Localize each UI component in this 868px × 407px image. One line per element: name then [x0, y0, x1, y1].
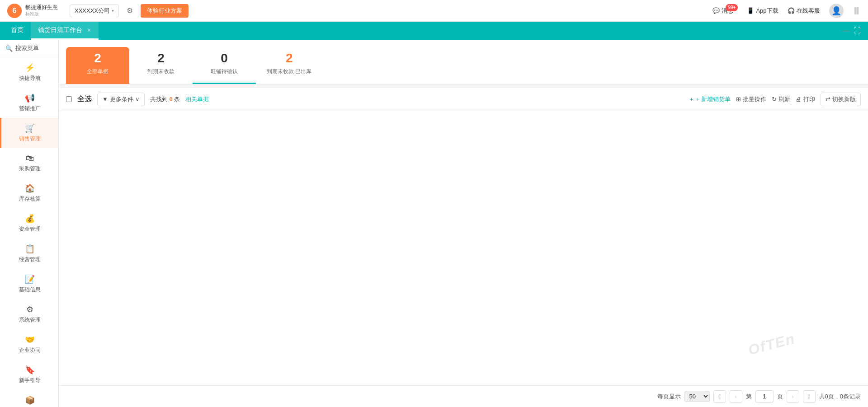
- sidebar-item-basic-info[interactable]: 📝 基础信息: [0, 269, 58, 299]
- trial-button[interactable]: 体验行业方案: [141, 4, 189, 18]
- found-count: 0: [170, 96, 173, 103]
- sidebar-item-purchase[interactable]: 🛍 采购管理: [0, 148, 58, 178]
- last-page-button[interactable]: ⟫: [803, 390, 816, 403]
- service-icon: 🎧: [788, 7, 795, 14]
- sidebar-item-operation[interactable]: 📋 经营管理: [0, 239, 58, 269]
- card-all[interactable]: 2 全部单据: [66, 47, 129, 84]
- sidebar-item-quick-nav[interactable]: ⚡ 快捷导航: [0, 57, 58, 88]
- per-page-select[interactable]: 50 100 200: [684, 391, 710, 402]
- card-overdue-label: 到期未收款: [140, 68, 182, 75]
- tab-home[interactable]: 首页: [4, 22, 31, 40]
- cooperation-icon: 🤝: [25, 335, 35, 345]
- print-button[interactable]: 🖨 打印: [796, 95, 815, 103]
- sidebar-item-system[interactable]: ⚙ 系统管理: [0, 299, 58, 329]
- batch-icon: ⊞: [736, 96, 741, 103]
- related-link[interactable]: 相关单据: [185, 95, 209, 103]
- card-overdue-shipped-label: 到期未收款 已出库: [267, 68, 311, 75]
- toolbar-right: ＋ + 新增销货单 ⊞ 批量操作 ↻ 刷新 🖨 打印 ⇄ 切换新版: [689, 93, 861, 106]
- main-layout: 🔍 搜索菜单 ⚡ 快捷导航 📢 营销推广 🛒 销售管理 🛍 采购管理 🏠 库存核…: [0, 40, 868, 407]
- card-overdue-shipped-num: 2: [267, 51, 311, 66]
- tab-work[interactable]: 钱货日清工作台 ✕: [31, 22, 99, 40]
- nav-tabs: 首页 钱货日清工作台 ✕ — ⛶: [0, 22, 868, 40]
- app-center-icon: 📦: [25, 395, 35, 405]
- refresh-icon: ↻: [772, 96, 777, 103]
- card-overdue-shipped[interactable]: 2 到期未收款 已出库: [256, 47, 322, 84]
- messages-badge: 99+: [726, 4, 738, 11]
- online-service-button[interactable]: 🎧 在线客服: [788, 7, 820, 15]
- company-selector[interactable]: XXXXXX公司 ▾: [70, 5, 119, 17]
- guide-icon: 🔖: [25, 365, 35, 375]
- table-area: [59, 111, 868, 385]
- purchase-icon: 🛍: [26, 154, 34, 163]
- basic-info-icon: 📝: [25, 274, 35, 284]
- chevron-filter-icon: ∨: [135, 96, 140, 103]
- sidebar-item-guide[interactable]: 🔖 新手引导: [0, 360, 58, 390]
- toolbar: 全选 ▼ 更多条件 ∨ 共找到 0 条 相关单据 ＋ + 新增销货单 ⊞ 批量操…: [59, 88, 868, 111]
- batch-button[interactable]: ⊞ 批量操作: [736, 95, 766, 103]
- card-all-label: 全部单据: [77, 68, 118, 75]
- sidebar-item-inventory[interactable]: 🏠 库存核算: [0, 178, 58, 208]
- sidebar-item-app-center[interactable]: 📦 应用中心: [0, 390, 58, 407]
- found-text: 共找到 0 条: [150, 95, 180, 103]
- sidebar-item-cooperation[interactable]: 🤝 企业协同: [0, 329, 58, 360]
- company-name: XXXXXX公司: [75, 7, 110, 15]
- settings-icon[interactable]: ⚙: [123, 4, 137, 18]
- select-all-checkbox[interactable]: [66, 96, 72, 102]
- top-bar: 6 畅捷通好生意 标准版 XXXXXX公司 ▾ ⚙ 体验行业方案 💬 消息 99…: [0, 0, 868, 22]
- sidebar-item-finance[interactable]: 💰 资金管理: [0, 208, 58, 239]
- top-right-actions: 💬 消息 99+ 📱 App下载 🎧 在线客服 👤 ▐▌: [712, 4, 861, 18]
- pagination: 每页显示 50 100 200 ⟪ ‹ 第 页 › ⟫ 共0页，0条记录: [59, 385, 868, 407]
- minimize-icon[interactable]: —: [843, 27, 850, 35]
- summary-cards: 2 全部单据 2 到期未收款 0 旺铺待确认 2 到期未收款 已出库: [59, 40, 868, 84]
- filter-button[interactable]: ▼ 更多条件 ∨: [97, 93, 145, 106]
- app-download-button[interactable]: 📱 App下载: [747, 7, 778, 15]
- switch-version-button[interactable]: ⇄ 切换新版: [821, 93, 861, 106]
- sidebar-item-sales[interactable]: 🛒 销售管理: [0, 118, 58, 148]
- sales-icon: 🛒: [25, 123, 35, 133]
- first-page-button[interactable]: ⟪: [713, 390, 726, 403]
- page-input[interactable]: [755, 390, 774, 403]
- card-overdue-num: 2: [140, 51, 182, 66]
- per-page-label: 每页显示: [657, 393, 681, 401]
- refresh-button[interactable]: ↻ 刷新: [772, 95, 790, 103]
- messages-button[interactable]: 💬 消息 99+: [712, 7, 733, 15]
- user-name: ▐▌: [853, 7, 861, 14]
- page-summary: 共0页，0条记录: [819, 393, 861, 401]
- card-pending[interactable]: 0 旺铺待确认: [193, 47, 256, 84]
- logo-area: 6 畅捷通好生意 标准版: [7, 4, 66, 18]
- operation-icon: 📋: [25, 244, 35, 254]
- print-icon: 🖨: [796, 96, 802, 103]
- message-icon: 💬: [712, 7, 720, 14]
- card-all-num: 2: [77, 51, 118, 66]
- card-pending-label: 旺铺待确认: [203, 68, 245, 75]
- page-unit: 页: [777, 393, 783, 401]
- download-icon: 📱: [747, 7, 754, 14]
- add-icon: ＋: [689, 95, 694, 103]
- finance-icon: 💰: [25, 214, 35, 224]
- avatar[interactable]: 👤: [829, 4, 844, 18]
- system-icon: ⚙: [26, 304, 33, 314]
- marketing-icon: 📢: [25, 93, 35, 103]
- tab-actions: — ⛶: [839, 22, 864, 40]
- chevron-down-icon: ▾: [112, 8, 114, 13]
- expand-icon[interactable]: ⛶: [854, 27, 861, 35]
- page-label: 第: [746, 393, 752, 401]
- logo-sub: 标准版: [25, 11, 58, 17]
- quick-nav-icon: ⚡: [25, 63, 35, 73]
- logo-icon: 6: [7, 4, 22, 18]
- close-tab-icon[interactable]: ✕: [87, 27, 91, 33]
- select-all-label: 全选: [77, 94, 92, 104]
- sidebar-item-marketing[interactable]: 📢 营销推广: [0, 88, 58, 118]
- add-order-button[interactable]: ＋ + 新增销货单: [689, 95, 731, 103]
- card-pending-num: 0: [203, 51, 245, 66]
- sidebar: 🔍 搜索菜单 ⚡ 快捷导航 📢 营销推广 🛒 销售管理 🛍 采购管理 🏠 库存核…: [0, 40, 59, 407]
- card-overdue[interactable]: 2 到期未收款: [129, 47, 193, 84]
- search-menu-item[interactable]: 🔍 搜索菜单: [0, 40, 58, 57]
- next-page-button[interactable]: ›: [787, 390, 799, 403]
- filter-icon: ▼: [102, 96, 108, 103]
- prev-page-button[interactable]: ‹: [730, 390, 742, 403]
- search-icon: 🔍: [5, 45, 13, 52]
- inventory-icon: 🏠: [25, 183, 35, 193]
- logo-text: 畅捷通好生意: [25, 4, 58, 11]
- switch-icon: ⇄: [826, 96, 830, 103]
